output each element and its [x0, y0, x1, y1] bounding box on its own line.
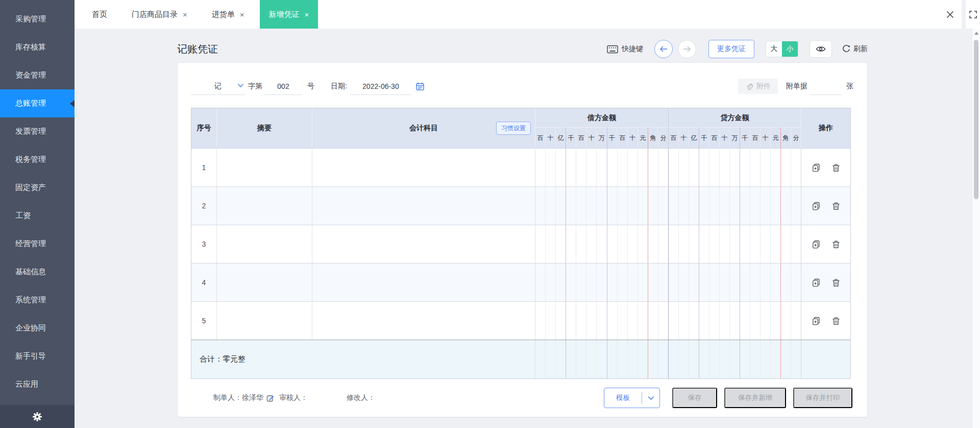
tab[interactable]: 进货单×	[203, 0, 254, 29]
summary-cell[interactable]	[217, 149, 312, 186]
sidebar-item[interactable]: 工资	[0, 202, 75, 230]
copy-row-icon[interactable]	[812, 202, 821, 210]
save-and-new-button[interactable]: 保存并新增	[724, 388, 786, 408]
save-button[interactable]: 保存	[672, 388, 717, 408]
sidebar-item-label: 工资	[15, 211, 31, 221]
sidebar-item[interactable]: 云应用	[0, 370, 75, 398]
sidebar-item[interactable]: 基础信息	[0, 258, 75, 286]
sidebar-item-label: 基础信息	[15, 267, 46, 277]
scroll-up-arrow-icon[interactable]	[972, 29, 980, 38]
delete-row-icon[interactable]	[832, 278, 840, 287]
sidebar-item[interactable]: 新手引导	[0, 342, 75, 370]
digit-cell	[535, 302, 546, 340]
more-vouchers-button[interactable]: 更多凭证	[708, 40, 754, 58]
refresh-button[interactable]: 刷新	[842, 44, 868, 54]
vertical-scrollbar[interactable]	[972, 29, 980, 428]
debit-amount-cells[interactable]	[535, 264, 669, 301]
digit-cell	[658, 187, 668, 225]
digit-cell	[771, 187, 781, 225]
attachment-button[interactable]: 附件	[738, 79, 778, 94]
sidebar-item[interactable]: 发票管理	[0, 117, 75, 146]
sidebar-item[interactable]: 企业协同	[0, 314, 75, 342]
digit-cell	[648, 187, 658, 225]
tab-close-icon[interactable]: ×	[240, 11, 244, 18]
sidebar-item[interactable]: 采购管理	[0, 5, 75, 33]
visibility-button[interactable]	[810, 40, 832, 58]
shortcut-button[interactable]: 快捷键	[607, 44, 643, 54]
modifier-label: 修改人：	[347, 393, 375, 402]
tab[interactable]: 新增凭证×	[260, 0, 318, 29]
digit-cell	[628, 264, 638, 301]
sidebar-item[interactable]: 资金管理	[0, 61, 75, 89]
digit-cell	[658, 149, 668, 186]
digit-cell	[669, 340, 679, 378]
summary-cell[interactable]	[217, 225, 312, 263]
save-and-print-button[interactable]: 保存并打印	[793, 388, 852, 408]
digit-cell	[597, 225, 607, 263]
voucher-word-select[interactable]: 记	[191, 78, 245, 95]
delete-row-icon[interactable]	[832, 317, 840, 325]
credit-amount-cells[interactable]	[669, 149, 801, 186]
credit-amount-cells[interactable]	[669, 302, 801, 340]
debit-amount-cells[interactable]	[535, 187, 669, 225]
digit-cell	[689, 225, 699, 263]
sidebar-item-label: 经营管理	[15, 239, 46, 249]
previous-voucher-button[interactable]	[654, 40, 673, 58]
account-cell[interactable]	[312, 149, 535, 186]
maker-name: 徐泽华	[242, 393, 263, 402]
close-pane-icon[interactable]	[946, 10, 954, 19]
tab[interactable]: 门店商品目录×	[122, 0, 197, 29]
habit-settings-button[interactable]: 习惯设置	[496, 122, 531, 135]
size-large-option[interactable]: 大	[766, 41, 782, 57]
sidebar-item[interactable]: 经营管理	[0, 230, 75, 258]
sidebar-item[interactable]: 库存核算	[0, 33, 75, 61]
credit-amount-cells[interactable]	[669, 225, 801, 263]
digit-cell	[618, 225, 628, 263]
summary-cell[interactable]	[217, 302, 312, 340]
voucher-number-input[interactable]: 002	[264, 78, 302, 95]
template-dropdown[interactable]	[642, 396, 659, 400]
copy-row-icon[interactable]	[812, 163, 821, 172]
delete-row-icon[interactable]	[832, 240, 840, 249]
delete-row-icon[interactable]	[832, 163, 840, 172]
digit-cell	[761, 187, 771, 225]
copy-row-icon[interactable]	[812, 278, 821, 287]
tab-close-icon[interactable]: ×	[183, 11, 187, 18]
template-button[interactable]: 模板	[604, 388, 660, 408]
digit-cell	[750, 187, 761, 225]
sidebar-item[interactable]: 系统管理	[0, 286, 75, 314]
sidebar-menu: 采购管理库存核算资金管理总账管理发票管理税务管理固定资产工资经营管理基础信息系统…	[0, 0, 75, 398]
tab-close-icon[interactable]: ×	[305, 11, 309, 18]
digit-cell	[586, 340, 597, 378]
copy-row-icon[interactable]	[812, 240, 821, 249]
credit-amount-cells[interactable]	[669, 264, 801, 301]
sidebar-item[interactable]: 总账管理	[0, 89, 75, 117]
summary-cell[interactable]	[217, 264, 312, 301]
copy-row-icon[interactable]	[812, 317, 821, 325]
date-input[interactable]: 2022-06-30	[350, 78, 411, 95]
account-cell[interactable]	[312, 187, 535, 225]
digit-cell	[618, 264, 628, 301]
account-cell[interactable]	[312, 264, 535, 301]
sidebar-item[interactable]: 固定资产	[0, 174, 75, 202]
sidebar-item[interactable]: 税务管理	[0, 146, 75, 174]
header-credit-label: 贷方金额	[669, 108, 801, 128]
summary-cell[interactable]	[217, 187, 312, 225]
account-cell[interactable]	[312, 302, 535, 340]
tab[interactable]: 首页	[83, 0, 116, 29]
gear-icon[interactable]	[32, 411, 43, 422]
maker-group: 制单人： 徐泽华	[213, 393, 274, 402]
account-cell[interactable]	[312, 225, 535, 263]
debit-amount-cells[interactable]	[535, 149, 669, 186]
scrollbar-thumb[interactable]	[974, 40, 978, 199]
next-voucher-button[interactable]	[678, 40, 696, 58]
attach-doc-input[interactable]	[810, 78, 841, 95]
calendar-icon[interactable]	[415, 82, 425, 91]
debit-amount-cells[interactable]	[535, 225, 669, 263]
edit-icon[interactable]	[266, 394, 274, 402]
credit-amount-cells[interactable]	[669, 187, 801, 225]
fullscreen-icon[interactable]	[969, 11, 977, 18]
delete-row-icon[interactable]	[832, 202, 840, 210]
size-small-option[interactable]: 小	[782, 41, 798, 57]
debit-amount-cells[interactable]	[535, 302, 669, 340]
